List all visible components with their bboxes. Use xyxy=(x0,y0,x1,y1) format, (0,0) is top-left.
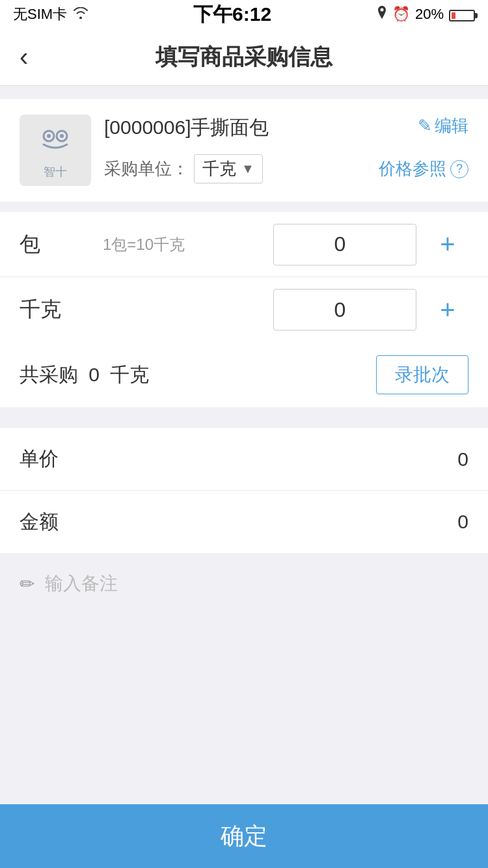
kg-label: 千克 xyxy=(20,295,98,324)
product-logo: 智十 xyxy=(36,122,75,180)
kg-plus-button[interactable]: + xyxy=(427,289,468,331)
pencil-icon: ✏ xyxy=(20,573,34,595)
unit-price-row: 单价 0 xyxy=(0,428,488,491)
product-card: 智十 [0000006]手撕面包 ✎ 编辑 采购单位： 千克 ▼ 价格参照 ? xyxy=(0,99,488,202)
battery-percent: 20% xyxy=(415,6,444,23)
back-button[interactable]: ‹ xyxy=(20,42,28,72)
summary-text: 共采购 0 千克 xyxy=(20,362,149,388)
chevron-down-icon: ▼ xyxy=(241,161,254,176)
amount-value: 0 xyxy=(457,511,468,533)
bag-plus-button[interactable]: + xyxy=(427,224,468,265)
time-label: 下午6:12 xyxy=(193,1,271,28)
unit-label: 采购单位： xyxy=(104,157,189,180)
location-icon xyxy=(377,6,387,23)
notes-placeholder: 输入备注 xyxy=(45,571,118,596)
status-bar: 无SIM卡 下午6:12 ⏰ 20% xyxy=(0,0,488,29)
price-ref-label: 价格参照 xyxy=(379,157,446,180)
kg-quantity-input[interactable] xyxy=(273,289,416,331)
notes-section[interactable]: ✏ 输入备注 xyxy=(0,553,488,614)
summary-row: 共采购 0 千克 录批次 xyxy=(0,342,488,407)
status-left: 无SIM卡 xyxy=(13,5,88,24)
input-section: 包 1包=10千克 + 千克 + xyxy=(0,212,488,342)
kg-input-row: 千克 + xyxy=(0,277,488,342)
alarm-icon: ⏰ xyxy=(392,6,410,23)
unit-price-value: 0 xyxy=(457,448,468,470)
product-info: [0000006]手撕面包 ✎ 编辑 采购单位： 千克 ▼ 价格参照 ? xyxy=(104,115,468,183)
svg-point-3 xyxy=(60,134,64,138)
carrier-label: 无SIM卡 xyxy=(13,5,67,24)
product-image: 智十 xyxy=(20,115,91,186)
batch-button[interactable]: 录批次 xyxy=(376,355,468,394)
product-name: [0000006]手撕面包 xyxy=(104,115,418,141)
confirm-button[interactable]: 确定 xyxy=(221,821,267,852)
svg-point-2 xyxy=(47,134,51,138)
confirm-bar[interactable]: 确定 xyxy=(0,804,488,868)
section-divider-1 xyxy=(0,202,488,212)
amount-label: 金额 xyxy=(20,509,59,536)
section-divider-2 xyxy=(0,407,488,418)
unit-select[interactable]: 千克 ▼ xyxy=(194,154,263,183)
edit-icon: ✎ xyxy=(418,116,432,136)
bag-quantity-input[interactable] xyxy=(273,224,416,265)
edit-button[interactable]: ✎ 编辑 xyxy=(418,115,468,137)
price-section: 单价 0 金额 0 xyxy=(0,428,488,553)
bag-sublabel: 1包=10千克 xyxy=(103,234,185,255)
amount-row: 金额 0 xyxy=(0,491,488,553)
page-title: 填写商品采购信息 xyxy=(156,42,332,72)
battery-icon xyxy=(449,6,475,23)
status-right: ⏰ 20% xyxy=(377,6,475,23)
wifi-icon xyxy=(74,6,88,23)
unit-value: 千克 xyxy=(202,157,236,180)
content-spacer xyxy=(0,614,488,796)
bag-label: 包 xyxy=(20,230,98,259)
help-icon: ? xyxy=(450,160,468,178)
price-ref-button[interactable]: 价格参照 ? xyxy=(379,157,468,180)
plus-icon-2: + xyxy=(440,295,455,325)
nav-bar: ‹ 填写商品采购信息 xyxy=(0,29,488,86)
plus-icon: + xyxy=(440,230,455,259)
unit-price-label: 单价 xyxy=(20,446,59,472)
bag-input-row: 包 1包=10千克 + xyxy=(0,212,488,277)
